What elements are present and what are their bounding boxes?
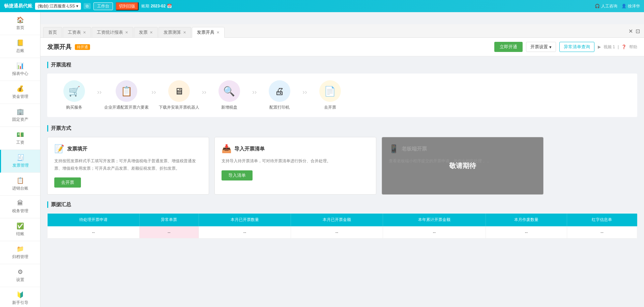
sidebar-item-label: 结账 xyxy=(16,231,24,237)
workbench-button[interactable]: 工作台 xyxy=(93,2,113,10)
page-title-wrap: 发票开具 待开通 xyxy=(47,43,90,51)
process-step-tax-disk[interactable]: 🔍 新增税盘 xyxy=(209,80,250,110)
tab-invoice[interactable]: 发票 ✕ xyxy=(134,27,158,37)
assets-icon: 🏢 xyxy=(17,108,24,115)
sidebar-item-label: 税务管理 xyxy=(12,208,28,214)
tab-close-payroll[interactable]: ✕ xyxy=(83,30,86,35)
sidebar-item-invoices[interactable]: 🧾 发票管理 xyxy=(0,150,40,173)
sidebar-item-archive[interactable]: 📁 归档管理 xyxy=(0,241,40,264)
top-bar-right: 🎧 人工咨询 👤 徐泽华 xyxy=(595,3,640,9)
sidebar-item-home[interactable]: 🏠 首页 xyxy=(0,12,40,35)
abnormal-query-button[interactable]: 异常清单查询 xyxy=(559,42,594,52)
process-step-buy[interactable]: 🛒 购买服务 xyxy=(54,80,94,110)
sidebar-item-label: 进销台账 xyxy=(12,186,28,191)
tab-close-invoice[interactable]: ✕ xyxy=(150,30,153,35)
coming-soon-overlay: 敬请期待 xyxy=(382,137,543,194)
tab-close-invoice-calc[interactable]: ✕ xyxy=(183,30,186,35)
tab-payroll-report[interactable]: 工资统计报表 ✕ xyxy=(92,27,133,37)
tab-close-all-button[interactable]: ✕ xyxy=(628,28,633,34)
summary-cell-month-amount: -- xyxy=(291,226,383,239)
calendar-icon[interactable]: 📅 xyxy=(167,4,172,8)
report-icon: 📊 xyxy=(17,62,24,69)
sidebar-item-assets[interactable]: 🏢 固定资产 xyxy=(0,104,40,127)
process-step-printer[interactable]: 🖨 配置打印机 xyxy=(259,80,300,110)
tab-close-payroll-report[interactable]: ✕ xyxy=(125,30,128,35)
user-avatar[interactable]: 👤 徐泽华 xyxy=(621,3,640,9)
page-header: 发票开具 待开通 立即开通 开票设置 ▾ 异常清单查询 ▶ 视频 1 | ❓ 帮… xyxy=(40,38,644,56)
purchase-icon: 📋 xyxy=(17,177,24,184)
method-card-import: 📥 导入开票清单 支持导入待开票清单，可对待开票清单进行拆分、合并处理。 导入清… xyxy=(214,137,376,195)
archive-icon: 📁 xyxy=(17,245,24,253)
summary-col-abnormal: 异常单票 xyxy=(140,214,199,226)
method-card-manual: 📝 发票填开 支持按照发票样式手工填写开发票；可开具增值税电子普通发票、增值税普… xyxy=(47,137,209,195)
gear-icon: ⚙ xyxy=(18,268,23,276)
immediate-open-button[interactable]: 立即开通 xyxy=(494,42,523,52)
consult-button[interactable]: 🎧 人工咨询 xyxy=(595,3,617,9)
tab-payroll-table[interactable]: 工资表 ✕ xyxy=(63,27,91,37)
video-icon: ▶ xyxy=(598,45,601,49)
sidebar-item-tax[interactable]: 🏛 税务管理 xyxy=(0,196,40,218)
sidebar-item-purchase-sales[interactable]: 📋 进销台账 xyxy=(0,173,40,196)
tab-bar-actions: ✕ ⊡ xyxy=(628,28,640,34)
tax-disk-icon: 🔍 xyxy=(218,80,240,102)
sidebar-item-label: 发票管理 xyxy=(12,163,29,168)
summary-table: 待处理开票申请 异常单票 本月已开票数量 本月已开票金额 本年累计开票金额 本月… xyxy=(47,213,637,239)
tab-invoice-issue[interactable]: 发票开具 ✕ xyxy=(192,27,225,38)
sidebar-item-guide[interactable]: 🔰 新手引导 xyxy=(0,287,40,307)
invoice-icon: 🧾 xyxy=(17,154,24,161)
summary-section: 票据汇总 待处理开票申请 异常单票 本月已开票数量 本月已开票金额 本年累计开票… xyxy=(47,201,637,239)
coming-soon-text: 敬请期待 xyxy=(449,161,476,170)
arrow-icon: ›› xyxy=(151,88,156,96)
copy-button[interactable]: ⧉ xyxy=(84,3,91,9)
sidebar-item-label: 资金管理 xyxy=(12,94,28,100)
issue-icon: 📄 xyxy=(319,80,341,102)
summary-cell-abnormal: -- xyxy=(140,226,199,239)
process-step-issue[interactable]: 📄 去开票 xyxy=(310,80,350,110)
process-step-download[interactable]: 🖥 下载并安装开票机器人 xyxy=(159,80,199,110)
go-to-issue-button[interactable]: 去开票 xyxy=(54,177,81,188)
tab-invoice-calc[interactable]: 发票测算 ✕ xyxy=(158,27,191,37)
payroll-icon: 💵 xyxy=(17,131,24,138)
summary-section-title: 票据汇总 xyxy=(47,201,637,208)
process-step-label: 企业开通配置开票六要素 xyxy=(104,105,149,110)
sidebar-item-label: 首页 xyxy=(16,25,24,31)
method-card-boss: 📱 老板端开票 查看老板端小程序提交的开票申请，并作出相应处理，， 敬请期待 xyxy=(382,137,544,195)
process-step-label: 去开票 xyxy=(324,105,336,110)
tab-home[interactable]: 首页 xyxy=(43,27,62,37)
process-section: 开票流程 🛒 购买服务 ›› 📋 企业开通配置开票六要素 ›› 🖥 下载并安装开… xyxy=(47,62,637,117)
buy-icon: 🛒 xyxy=(63,80,85,102)
method-card-manual-desc: 支持按照发票样式手工填写开发票；可开具增值税电子普通发票、增值税普通发票、增值税… xyxy=(54,158,202,172)
sidebar-item-label: 报表中心 xyxy=(12,71,28,77)
summary-cell-year-amount: -- xyxy=(383,226,486,239)
sidebar-item-payroll[interactable]: 💵 工资 xyxy=(0,127,40,150)
sidebar-item-reports[interactable]: 📊 报表中心 xyxy=(0,58,40,81)
import-list-button[interactable]: 导入清单 xyxy=(222,170,253,180)
summary-col-void-count: 本月作废数量 xyxy=(486,214,567,226)
switch-old-button[interactable]: 切到旧版 xyxy=(116,2,139,10)
tab-bar: 首页 工资表 ✕ 工资统计报表 ✕ 发票 ✕ 发票测算 ✕ 发票开具 ✕ ✕ ⊡ xyxy=(40,24,644,38)
company-selector[interactable]: (勉创) 江西服查-LSS ▾ xyxy=(35,3,81,10)
method-section-title: 开票方式 xyxy=(47,125,637,132)
sidebar-item-settings[interactable]: ⚙ 设置 xyxy=(0,264,40,287)
summary-col-red-info: 红字信息单 xyxy=(567,214,637,226)
summary-cell-pending: -- xyxy=(48,226,140,239)
page-title: 发票开具 xyxy=(47,43,71,51)
process-step-config[interactable]: 📋 企业开通配置开票六要素 xyxy=(104,80,149,110)
open-settings-button[interactable]: 开票设置 ▾ xyxy=(526,42,556,52)
tax-icon: 🏛 xyxy=(17,200,23,207)
manual-invoice-icon: 📝 xyxy=(54,144,64,154)
headset-icon: 🎧 xyxy=(595,4,600,8)
sidebar-item-funds[interactable]: 💰 资金管理 xyxy=(0,81,40,104)
sidebar-item-label: 新手引导 xyxy=(12,300,28,306)
tab-restore-button[interactable]: ⊡ xyxy=(636,28,640,34)
method-section: 开票方式 📝 发票填开 支持按照发票样式手工填写开发票；可开具增值税电子普通发票… xyxy=(47,125,637,195)
sidebar-item-general-ledger[interactable]: 📒 总账 xyxy=(0,35,40,58)
process-step-label: 下载并安装开票机器人 xyxy=(159,105,199,110)
tab-close-invoice-issue[interactable]: ✕ xyxy=(216,30,219,35)
sidebar-item-settle[interactable]: ✅ 结账 xyxy=(0,218,40,241)
summary-col-month-amount: 本月已开票金额 xyxy=(291,214,383,226)
download-icon: 🖥 xyxy=(168,80,190,102)
summary-row: -- -- -- -- -- -- -- xyxy=(48,226,637,239)
summary-col-pending: 待处理开票申请 xyxy=(48,214,140,226)
config-icon: 📋 xyxy=(116,80,137,102)
